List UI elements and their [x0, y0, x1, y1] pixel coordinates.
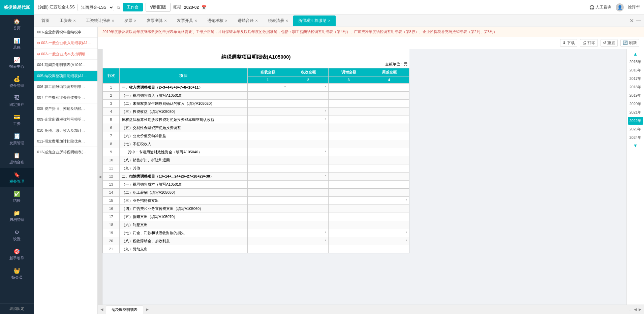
collapse-button[interactable]: ◀ — [98, 49, 102, 305]
row-col-1[interactable] — [248, 172, 288, 180]
row-col-4[interactable] — [369, 180, 409, 188]
refresh-button[interactable]: 🔄 刷新 — [620, 39, 639, 47]
tab-check[interactable]: 进销稽核✕ — [202, 15, 233, 26]
tab-invoice-calc[interactable]: 发票测算✕ — [142, 15, 172, 26]
row-col-4[interactable] — [369, 99, 409, 107]
download-button[interactable]: ⬇ 下载 — [560, 39, 577, 47]
switch-button[interactable]: 切到旧版 — [146, 3, 171, 12]
row-col-1[interactable] — [248, 164, 288, 172]
row-col-2[interactable] — [288, 213, 329, 221]
year-2020[interactable]: 2020年 — [628, 100, 643, 108]
tab-close-invoice-calc[interactable]: ✕ — [164, 19, 167, 23]
row-col-1[interactable] — [248, 205, 288, 213]
row-col-3[interactable] — [329, 188, 369, 196]
sidebar-item-sales-ledger[interactable]: 📋 进销台账 — [0, 149, 34, 168]
left-panel-item-001[interactable]: 001-企业所得税年度纳税申... — [34, 27, 97, 38]
company-select[interactable]: 江西股金-LSS — [78, 4, 114, 11]
row-col-4[interactable] — [369, 245, 409, 253]
close-all-icon[interactable]: ✕ — [630, 18, 634, 24]
workbench-button[interactable]: 工作台 — [123, 3, 143, 11]
row-col-3[interactable] — [329, 83, 369, 91]
row-col-4[interactable] — [369, 116, 409, 124]
nav-right[interactable]: ▶ — [639, 307, 641, 312]
row-col-4[interactable] — [369, 221, 409, 229]
left-panel-item-011[interactable]: 011-研发费用加计扣除优惠... — [34, 136, 97, 147]
left-panel-item-005[interactable]: 005-纳税调整项目明细表(A1... — [34, 71, 97, 82]
copy-icon[interactable]: ⧉ — [117, 5, 120, 10]
row-col-2[interactable] — [288, 124, 329, 132]
row-col-2[interactable]: * — [288, 116, 329, 124]
row-col-1[interactable] — [248, 124, 288, 132]
row-col-3[interactable] — [329, 229, 369, 237]
row-col-2[interactable]: * — [288, 107, 329, 116]
row-col-3[interactable] — [329, 132, 369, 140]
row-col-2[interactable]: * — [288, 83, 329, 91]
unpin-button[interactable]: 取消固定 — [0, 303, 34, 314]
row-col-1[interactable] — [248, 229, 288, 237]
tab-close-invoice[interactable]: ✕ — [134, 19, 136, 23]
row-col-1[interactable] — [248, 188, 288, 196]
sidebar-item-salary[interactable]: 💳 工资 — [0, 111, 34, 130]
row-col-1[interactable] — [248, 237, 288, 245]
tab-tax-list[interactable]: 税表清册✕ — [263, 15, 293, 26]
row-col-3[interactable] — [329, 196, 369, 205]
row-col-4[interactable] — [369, 164, 409, 172]
left-panel-item-006[interactable]: 006-职工薪酬纳税调整明细... — [34, 82, 97, 92]
tab-close-tax-list[interactable]: ✕ — [285, 19, 288, 23]
year-2023[interactable]: 2023年 — [628, 125, 643, 133]
row-col-3[interactable] — [329, 237, 369, 245]
row-col-1[interactable] — [248, 132, 288, 140]
row-col-4[interactable] — [369, 156, 409, 164]
print-button[interactable]: 🖨 打印 — [580, 39, 598, 47]
row-col-4[interactable] — [369, 91, 409, 99]
tab-close-income-tax[interactable]: ✕ — [328, 19, 331, 23]
row-col-1[interactable] — [248, 148, 288, 156]
tab-salary-report[interactable]: 工资统计报表✕ — [81, 15, 119, 26]
row-col-3[interactable] — [329, 148, 369, 156]
row-col-3[interactable] — [329, 99, 369, 107]
year-2017[interactable]: 2017年 — [628, 75, 643, 83]
sidebar-item-member[interactable]: 👑 畅会员 — [0, 264, 34, 283]
row-col-1[interactable] — [248, 140, 288, 148]
row-col-3[interactable] — [329, 164, 369, 172]
year-down-arrow[interactable]: ▼ — [633, 142, 639, 149]
row-col-1[interactable] — [248, 196, 288, 205]
row-col-4[interactable]: * — [369, 237, 409, 245]
tab-salary[interactable]: 工资表✕ — [55, 15, 81, 26]
row-col-3[interactable] — [329, 205, 369, 213]
tab-close-salary[interactable]: ✕ — [73, 19, 76, 23]
left-panel-item-012[interactable]: 012-减免企业所得税明细表(... — [34, 147, 97, 158]
row-col-2[interactable] — [288, 156, 329, 164]
tab-home[interactable]: 首页 — [36, 15, 55, 26]
year-up-arrow[interactable]: ▲ — [633, 51, 639, 57]
row-col-1[interactable] — [248, 221, 288, 229]
row-col-2[interactable] — [288, 221, 329, 229]
left-panel-item-004[interactable]: 004-期间费用明细表(A1040... — [34, 60, 97, 70]
sidebar-item-reports[interactable]: 📈 报表中心 — [0, 53, 34, 72]
row-col-4[interactable] — [369, 107, 409, 116]
row-col-3[interactable] — [329, 221, 369, 229]
left-panel-item-003[interactable]: ⊗003-一般企业成本支出明细... — [34, 49, 97, 60]
nav-left[interactable]: ◀ — [634, 307, 637, 312]
row-col-1[interactable] — [248, 156, 288, 164]
year-2021[interactable]: 2021年 — [628, 108, 643, 116]
row-col-2[interactable] — [288, 245, 329, 253]
left-panel-item-002[interactable]: ⊗002-一般企业收入明细表(A1... — [34, 38, 97, 49]
row-col-1[interactable] — [248, 213, 288, 221]
sidebar-item-ledger[interactable]: 📊 总账 — [0, 34, 34, 53]
year-2022[interactable]: 2022年 — [628, 117, 643, 125]
row-col-2[interactable] — [288, 132, 329, 140]
row-col-4[interactable] — [369, 205, 409, 213]
row-col-3[interactable] — [329, 180, 369, 188]
sidebar-item-home[interactable]: 🏠 首页 — [0, 15, 34, 34]
tab-income-tax[interactable]: 所得税汇算缴纳✕ — [293, 15, 336, 26]
tab-close-check[interactable]: ✕ — [225, 19, 227, 23]
row-col-4[interactable] — [369, 188, 409, 196]
row-col-1[interactable] — [248, 91, 288, 99]
left-panel-item-007[interactable]: 007-广告费和业务宣传费明... — [34, 92, 97, 103]
bottom-tab-item[interactable]: 纳税调整明细表 — [106, 306, 143, 314]
row-col-2[interactable]: * — [288, 172, 329, 180]
row-col-4[interactable]: * — [369, 229, 409, 237]
row-col-4[interactable] — [369, 83, 409, 91]
year-2016[interactable]: 2016年 — [628, 66, 643, 74]
